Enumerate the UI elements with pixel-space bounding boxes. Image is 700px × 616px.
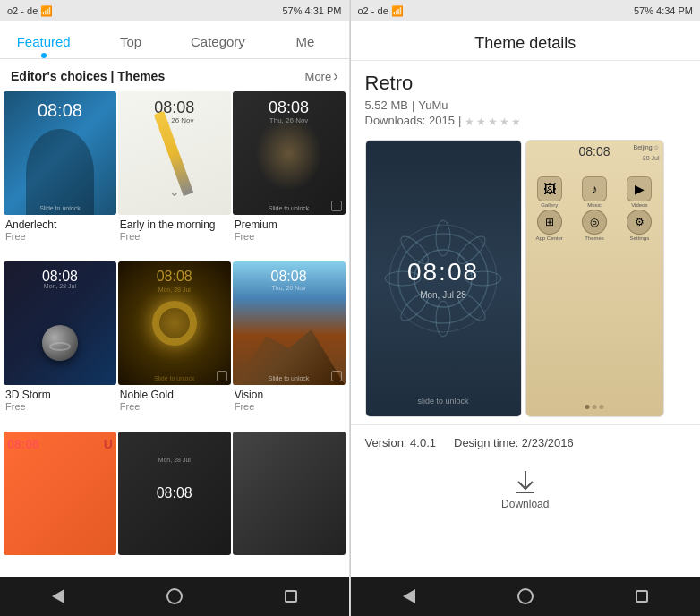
- homescreen-visual: 08:08 Beijing ☆ 28 Jul 🖼 Gallery ♪ Music: [526, 141, 663, 416]
- version-label: Version: 4.0.1: [365, 436, 437, 449]
- theme-name: Anderlecht: [4, 218, 116, 231]
- signal-icons-right: 📶: [391, 5, 404, 17]
- theme-name: Noble Gold: [118, 389, 231, 401]
- back-button-right[interactable]: [391, 583, 427, 610]
- home-icons: 🖼 Gallery ♪ Music ▶ Videos ⊞: [526, 175, 663, 243]
- icon-videos: ▶ Videos: [618, 176, 661, 208]
- list-item[interactable]: 08:08 U: [4, 432, 116, 577]
- tab-featured[interactable]: Featured: [0, 21, 87, 58]
- list-item[interactable]: 08:08 Mon, 28 Jul 3D Storm Free: [4, 261, 116, 430]
- theme-price: Free: [118, 231, 231, 242]
- battery-right: 57%: [634, 5, 653, 16]
- bottom-nav-right: [351, 577, 701, 616]
- download-section: Download: [351, 460, 701, 525]
- carrier-left: o2 - de: [7, 5, 38, 16]
- theme-price: Free: [4, 401, 116, 412]
- time-right: 4:34 PM: [656, 5, 693, 16]
- signal-icons-left: 📶: [40, 5, 53, 17]
- home-button-right[interactable]: [508, 583, 543, 610]
- list-item[interactable]: 08:08 Thu, 26 Nov ⌄ Early in the morning…: [118, 91, 231, 260]
- back-icon-left: [52, 589, 64, 603]
- theme-downloads: Downloads: 2015: [365, 114, 455, 127]
- page-title: Theme details: [474, 34, 576, 52]
- back-icon-right: [403, 589, 415, 603]
- download-label: Download: [501, 498, 549, 510]
- recents-button-left[interactable]: [273, 583, 309, 610]
- theme-thumb-morning: 08:08 Thu, 26 Nov ⌄: [118, 91, 231, 215]
- download-button[interactable]: Download: [501, 467, 549, 510]
- person-image: [26, 129, 93, 216]
- list-item[interactable]: 08:08 Mon, 28 Jul: [118, 432, 231, 577]
- design-time-label: Design time: 2/23/2016: [454, 436, 574, 449]
- corner-icon: [331, 371, 342, 381]
- theme-meta: 5.52 MB | YuMu Downloads: 2015 | ★ ★ ★ ★…: [351, 98, 701, 133]
- theme-name: Premium: [233, 218, 346, 231]
- theme-thumb-noblegold: 08:08 Mon, 28 Jul Slide to unlock: [118, 261, 231, 385]
- section-header: Editor's choices | Themes More: [0, 59, 349, 91]
- theme-name: Early in the morning: [118, 218, 231, 231]
- home-time: 08:08: [578, 144, 610, 158]
- list-item[interactable]: 08:08 Thu, 26 Nov Slide to unlock Premiu…: [233, 91, 346, 260]
- theme-price: Free: [233, 401, 346, 412]
- theme-rating: ★ ★ ★ ★ ★: [465, 116, 522, 126]
- icon-gallery: 🖼 Gallery: [528, 176, 571, 208]
- battery-left: 57%: [283, 5, 303, 16]
- icon-settings: ⚙ Settings: [618, 210, 661, 241]
- ring-decoration: [49, 342, 71, 351]
- theme-thumb-anderlecht: 08:08 Slide to unlock: [4, 91, 116, 215]
- back-button-left[interactable]: [40, 583, 76, 610]
- detail-content: Retro 5.52 MB | YuMu Downloads: 2015 | ★…: [351, 61, 701, 577]
- corner-icon: [331, 201, 342, 211]
- list-item[interactable]: 08:08 Mon, 28 Jul Slide to unlock Noble …: [118, 261, 231, 430]
- icon-music: ♪ Music: [573, 176, 616, 208]
- theme-thumb-3dstorm: 08:08 Mon, 28 Jul: [4, 261, 116, 385]
- theme-thumb-vision: 08:08 Thu, 26 Nov Slide to unlock: [233, 261, 346, 385]
- recents-button-right[interactable]: [624, 583, 660, 610]
- theme-name-heading: Retro: [351, 61, 701, 98]
- page-dots: [585, 405, 604, 409]
- download-icon: [511, 467, 540, 496]
- tab-category[interactable]: Category: [175, 21, 261, 58]
- recents-icon-left: [285, 590, 297, 603]
- list-item[interactable]: [233, 432, 346, 577]
- status-bar-right: o2 - de 📶 57% 4:34 PM: [351, 0, 701, 21]
- home-button-left[interactable]: [157, 583, 192, 610]
- version-info: Version: 4.0.1 Design time: 2/23/2016: [351, 424, 701, 460]
- more-link[interactable]: More: [305, 68, 338, 84]
- preview-homescreen[interactable]: 08:08 Beijing ☆ 28 Jul 🖼 Gallery ♪ Music: [525, 140, 664, 417]
- theme-price: Free: [118, 401, 231, 412]
- retro-unlock-text: slide to unlock: [417, 397, 468, 406]
- home-date: 28 Jul: [643, 155, 660, 161]
- preview-lockscreen[interactable]: 08:08 Mon, Jul 28 slide to unlock: [365, 140, 522, 417]
- recents-icon-right: [636, 590, 648, 603]
- home-location: Beijing ☆: [634, 144, 660, 151]
- theme-thumb-b3: [233, 432, 346, 555]
- theme-price: Free: [4, 231, 116, 242]
- theme-thumb-b1: 08:08 U: [4, 432, 116, 555]
- theme-thumb-b2: 08:08 Mon, 28 Jul: [118, 432, 231, 555]
- list-item[interactable]: 08:08 Thu, 26 Nov Slide to unlock Vision…: [233, 261, 346, 430]
- section-title: Editor's choices | Themes: [11, 69, 165, 83]
- left-panel: o2 - de 📶 57% 4:31 PM Featured Top Categ…: [0, 0, 350, 616]
- theme-thumb-premium: 08:08 Thu, 26 Nov Slide to unlock: [233, 91, 346, 215]
- bottom-nav-left: [0, 577, 349, 616]
- tab-me[interactable]: Me: [261, 21, 348, 58]
- theme-name: Vision: [233, 389, 346, 401]
- theme-size: 5.52 MB: [365, 98, 408, 112]
- home-icon-right: [517, 588, 534, 604]
- detail-header: Theme details: [351, 21, 701, 61]
- lockscreen-visual: 08:08 Mon, Jul 28 slide to unlock: [366, 141, 521, 416]
- gold-ring: [152, 301, 197, 346]
- carrier-right: o2 - de: [358, 5, 388, 16]
- time-left: 4:31 PM: [305, 5, 342, 16]
- retro-date-display: Mon, Jul 28: [420, 290, 466, 300]
- right-panel: o2 - de 📶 57% 4:34 PM Theme details Retr…: [351, 0, 701, 616]
- list-item[interactable]: 08:08 Slide to unlock Anderlecht Free: [4, 91, 116, 260]
- icon-themes: ◎ Themes: [573, 210, 616, 241]
- home-icon-left: [166, 588, 183, 604]
- theme-name: 3D Storm: [4, 389, 116, 401]
- smoke-decoration: [255, 116, 323, 191]
- status-bar-left: o2 - de 📶 57% 4:31 PM: [0, 0, 349, 21]
- retro-clock-display: 08:08: [407, 258, 479, 287]
- tab-top[interactable]: Top: [87, 21, 174, 58]
